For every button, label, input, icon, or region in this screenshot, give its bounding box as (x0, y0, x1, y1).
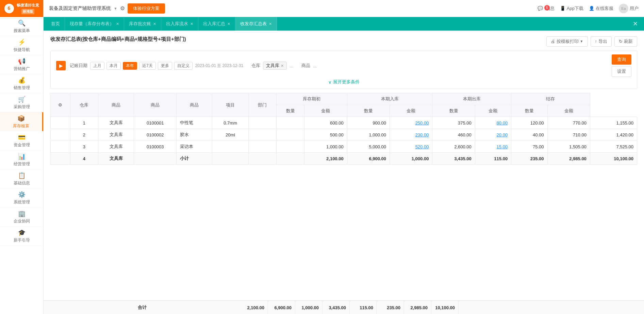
row-spec (212, 153, 248, 165)
right-actions: 🖨 按模板打印 ▼ ↑ 导出 ↻ 刷新 (546, 36, 637, 47)
sidebar-item-sales[interactable]: 💰 销售管理 (0, 74, 43, 93)
sidebar-item-enterprise[interactable]: 🏢 企业协同 (0, 208, 43, 227)
sidebar-item-search[interactable]: 🔍 搜索菜单 (0, 17, 43, 36)
sidebar-item-system[interactable]: ⚙️ 系统管理 (0, 188, 43, 208)
row-name: 小计 (177, 153, 212, 165)
date-filter-label: 记账日期 (70, 63, 87, 69)
logo-text: 畅捷通好生意 (17, 3, 39, 8)
footer-opening-amt: 6,900.00 (268, 301, 295, 314)
sidebar-item-operations[interactable]: 📊 经营管理 (0, 150, 43, 169)
row-no: 3 (70, 141, 98, 153)
date-btn-this-year[interactable]: 本年 (123, 62, 137, 70)
system-dropdown[interactable]: ▼ (114, 6, 117, 11)
th-closing-qty: 数量 (511, 105, 547, 117)
filter-area: ▶ 记账日期 上月 本月 本年 近7天 更多 自定义 2023-01-01 至 … (50, 51, 637, 89)
footer-closing-qty: 2,985.00 (404, 301, 431, 314)
export-icon: ↑ (595, 39, 597, 44)
warehouse-filter-label: 仓库 (251, 63, 260, 69)
sidebar-item-inventory[interactable]: 📦 库存核算 (0, 112, 43, 131)
row-warehouse: 文具库 (98, 129, 134, 141)
warehouse-tag[interactable]: 文具库 ✕ (263, 62, 287, 70)
th-in-qty: 数量 (347, 105, 390, 117)
filter-fields: 记账日期 上月 本月 本年 近7天 更多 自定义 2023-01-01 至 20… (66, 62, 609, 70)
close-flow-icon[interactable]: ✕ (190, 22, 193, 26)
date-btn-custom[interactable]: 自定义 (174, 62, 193, 70)
service-button[interactable]: 👤 在线客服 (589, 5, 613, 12)
tab-recv-send[interactable]: 收发存汇总表 ✕ (235, 17, 277, 31)
sidebar-item-quick[interactable]: ⚡ 快捷导航 (0, 36, 43, 55)
tab-batch[interactable]: 库存批次账 ✕ (124, 17, 161, 31)
user-menu[interactable]: Ea 用户 (619, 4, 639, 13)
row-in-amt: 3,435.00 (432, 153, 475, 165)
trial-button[interactable]: 体验行业方案 (128, 3, 165, 14)
message-button[interactable]: 💬 6 消息 (538, 5, 555, 12)
row-out-qty[interactable]: 115.00 (475, 153, 511, 165)
settings-button[interactable]: 设置 (612, 66, 631, 77)
close-all-tabs-icon[interactable]: ✕ (629, 20, 641, 28)
tab-flow[interactable]: 出入库流水 ✕ (161, 17, 198, 31)
search-icon: 🔍 (18, 19, 26, 27)
row-closing-amt: 1,155.00 (590, 117, 637, 129)
date-btn-more[interactable]: 更多 (158, 62, 172, 70)
sidebar-item-purchase[interactable]: 🛒 采购管理 (0, 93, 43, 112)
close-batch-icon[interactable]: ✕ (153, 22, 156, 26)
filter-toggle-button[interactable]: ▶ (56, 61, 66, 70)
sidebar-item-marketing[interactable]: 📢 营销推广 (0, 55, 43, 74)
chevron-down-icon: ▼ (580, 39, 583, 43)
phone-icon: 📱 (560, 6, 565, 11)
row-out-amt: 120.00 (511, 117, 547, 129)
tab-summary[interactable]: 出入库汇总 ✕ (198, 17, 235, 31)
refresh-button[interactable]: ↻ 刷新 (614, 36, 637, 47)
topbar: 装备及固定资产辅助管理系统 ▼ ⚙ 体验行业方案 💬 6 消息 📱 App下载 … (44, 0, 644, 17)
row-in-qty[interactable]: 520.00 (390, 141, 432, 153)
row-out-qty[interactable]: 15.00 (475, 141, 511, 153)
date-btn-7days[interactable]: 近7天 (139, 62, 156, 70)
export-button[interactable]: ↑ 导出 (591, 36, 612, 47)
row-in-qty[interactable]: 230.00 (390, 129, 432, 141)
close-recv-send-icon[interactable]: ✕ (269, 22, 272, 26)
goods-filter-label: 商品 (301, 63, 310, 69)
page-title: 收发存汇总表(按仓库+商品编码+商品+规格型号+项目+部门) (50, 36, 186, 43)
system-name: 装备及固定资产辅助管理系统 (49, 5, 111, 12)
row-project (248, 141, 276, 153)
print-button[interactable]: 🖨 按模板打印 ▼ (546, 36, 588, 47)
warehouse-tag-close-icon[interactable]: ✕ (281, 64, 284, 68)
row-in-qty[interactable]: 1,000.00 (390, 153, 432, 165)
query-button[interactable]: 查询 (612, 54, 631, 65)
row-code (134, 153, 177, 165)
row-opening-amt: 1,000.00 (347, 129, 390, 141)
service-icon: 👤 (589, 6, 594, 11)
avatar: Ea (619, 4, 628, 13)
row-opening-qty: 1,000.00 (304, 141, 347, 153)
date-btn-this-month[interactable]: 本月 (106, 62, 121, 70)
row-in-qty[interactable]: 250.00 (390, 117, 432, 129)
graduation-icon: 🎓 (18, 229, 26, 236)
app-download-button[interactable]: 📱 App下载 (560, 5, 583, 12)
th-closing-amt: 金额 (547, 105, 590, 117)
sidebar-item-newbie[interactable]: 🎓 新手引导 (0, 227, 43, 246)
topbar-right: 💬 6 消息 📱 App下载 👤 在线客服 Ea 用户 (538, 4, 639, 13)
row-out-qty[interactable]: 20.00 (475, 129, 511, 141)
sidebar-item-basic[interactable]: 📋 基础信息 (0, 169, 43, 188)
footer-label: 合计 (44, 304, 241, 311)
th-group-closing: 结存 (511, 93, 590, 105)
warehouse-more-dots[interactable]: ... (290, 63, 293, 68)
footer-in-qty: 1,000.00 (295, 301, 323, 314)
tab-home[interactable]: 首页 (46, 17, 65, 31)
close-summary-icon[interactable]: ✕ (227, 22, 230, 26)
date-btn-last-month[interactable]: 上月 (90, 62, 104, 70)
th-group-opening: 库存期初 (277, 93, 347, 105)
lightning-icon: ⚡ (18, 38, 26, 46)
tab-stock-dist[interactable]: 现存量（库存分布表） ✕ (65, 17, 124, 31)
megaphone-icon: 📢 (18, 57, 26, 65)
goods-more-dots[interactable]: ... (313, 63, 317, 68)
card-icon: 💳 (18, 134, 26, 141)
settings-icon[interactable]: ⚙ (120, 5, 125, 12)
expand-conditions-button[interactable]: ∨ 展开更多条件 (328, 79, 360, 85)
table-settings-col[interactable]: ⚙ (51, 93, 70, 117)
row-in-amt: 375.00 (432, 117, 475, 129)
row-out-qty[interactable]: 80.00 (475, 117, 511, 129)
sidebar-item-assets[interactable]: 💳 资金管理 (0, 131, 43, 150)
close-stock-dist-icon[interactable]: ✕ (116, 22, 119, 26)
row-warehouse: 文具库 (98, 141, 134, 153)
